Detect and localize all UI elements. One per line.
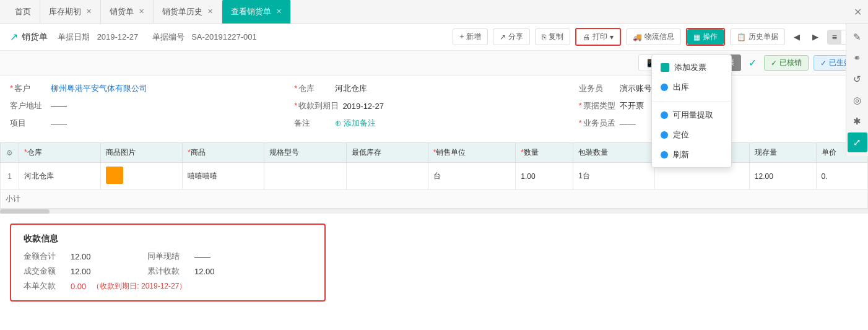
available-qty-icon bbox=[661, 111, 668, 119]
new-button[interactable]: + 新增 bbox=[453, 28, 487, 45]
row-product: 嘻嘻嘻嘻 bbox=[183, 163, 264, 190]
sidebar-user-icon[interactable]: ◎ bbox=[848, 90, 867, 110]
payment-section: 收款信息 金额合计 12.00 同单现结 —— 成交金额 12.00 累计收款 … bbox=[0, 214, 868, 311]
nav-next[interactable]: ▶ bbox=[809, 30, 822, 44]
add-invoice-icon bbox=[661, 63, 669, 72]
col-quantity: *数量 bbox=[516, 143, 573, 163]
table-container: ⚙ *仓库 商品图片 *商品 规格型号 最低库存 *销售单位 *数量 包装数量 … bbox=[0, 142, 868, 214]
number-value: SA-20191227-001 bbox=[191, 32, 257, 41]
row-sales-unit: 台 bbox=[428, 163, 516, 190]
copy-button[interactable]: ⎘ 复制 bbox=[535, 28, 570, 45]
transaction-amount-row: 成交金额 12.00 bbox=[24, 266, 147, 277]
customer-field: 客户 柳州粤港平安气体有限公司 bbox=[10, 83, 289, 94]
customer-value: 柳州粤港平安气体有限公司 bbox=[51, 83, 147, 94]
transaction-amount-label: 成交金额 bbox=[24, 266, 67, 277]
current-due-label: 本单欠款 bbox=[24, 280, 67, 292]
tab-sales-history[interactable]: 销货单历史 ✕ bbox=[154, 0, 222, 24]
menu-locate[interactable]: 定位 bbox=[652, 125, 731, 145]
sold-badge: ✓ 已核销 bbox=[764, 55, 809, 71]
print-button-frame: 🖨 打印 ▾ bbox=[575, 28, 621, 46]
table-header: ⚙ *仓库 商品图片 *商品 规格型号 最低库存 *销售单位 *数量 包装数量 … bbox=[1, 143, 868, 163]
tab-bar: 首页 库存期初 ✕ 销货单 ✕ 销货单历史 ✕ 查看销货单 ✕ ✕ bbox=[0, 0, 868, 24]
tab-sales-history-close[interactable]: ✕ bbox=[207, 7, 213, 15]
menu-available-qty[interactable]: 可用量提取 bbox=[652, 105, 731, 125]
tab-view-sales-close[interactable]: ✕ bbox=[276, 7, 282, 15]
share-button[interactable]: ↗ 分享 bbox=[493, 28, 530, 45]
subtotal-row: 小计 bbox=[1, 190, 868, 209]
logistics-icon: 🚚 bbox=[633, 33, 642, 41]
sidebar-refresh-icon[interactable]: ↺ bbox=[848, 69, 867, 89]
check-icon-btn[interactable]: ✓ bbox=[746, 57, 759, 69]
header-row: ⚙ *仓库 商品图片 *商品 规格型号 最低库存 *销售单位 *数量 包装数量 … bbox=[1, 143, 868, 163]
col-gear: ⚙ bbox=[1, 143, 19, 163]
menu-section-1: 添加发票 出库 bbox=[652, 55, 731, 100]
menu-refresh[interactable]: 刷新 bbox=[652, 145, 731, 165]
col-min-stock: 最低库存 bbox=[346, 143, 428, 163]
col-product: *商品 bbox=[183, 143, 264, 163]
operation-dropdown: 添加发票 出库 可用量提取 定位 刷新 bbox=[651, 54, 732, 168]
row-min-stock bbox=[346, 163, 428, 190]
warehouse-field: 仓库 河北仓库 bbox=[294, 83, 573, 94]
tab-sales-order[interactable]: 销货单 ✕ bbox=[101, 0, 154, 24]
print-button[interactable]: 🖨 打印 ▾ bbox=[576, 29, 620, 45]
doc-meta: 单据日期 2019-12-27 单据编号 SA-20191227-001 bbox=[58, 32, 262, 43]
doc-header-left: ↗ 销货单 单据日期 2019-12-27 单据编号 SA-20191227-0… bbox=[10, 31, 262, 43]
invoice-type-value: 不开票 bbox=[620, 100, 644, 111]
sidebar-link-icon[interactable]: ⚭ bbox=[848, 48, 867, 68]
same-order-value: —— bbox=[194, 252, 210, 261]
cumulative-receipt-value: 12.00 bbox=[194, 267, 215, 276]
nav-prev[interactable]: ◀ bbox=[790, 30, 804, 44]
doc-type-icon: ↗ bbox=[10, 31, 18, 43]
row-product-img bbox=[101, 163, 183, 190]
menu-section-2: 可用量提取 定位 刷新 bbox=[652, 103, 731, 167]
sidebar-edit-icon[interactable]: ✎ bbox=[848, 27, 867, 47]
invoice-type-label: 票据类型 bbox=[579, 100, 616, 111]
col-sales-unit: *销售单位 bbox=[428, 143, 516, 163]
address-value: —— bbox=[51, 102, 67, 111]
due-date-note: （收款到期日: 2019-12-27） bbox=[92, 281, 186, 292]
date-value: 2019-12-27 bbox=[97, 32, 139, 41]
row-num: 1 bbox=[1, 163, 19, 190]
same-order-label: 同单现结 bbox=[147, 251, 191, 262]
view-list-button[interactable]: ≡ bbox=[828, 30, 841, 44]
tab-sales-order-close[interactable]: ✕ bbox=[139, 7, 144, 15]
col-warehouse: *仓库 bbox=[19, 143, 101, 163]
sold-check-icon: ✓ bbox=[771, 59, 777, 67]
table-body: 1 河北仓库 嘻嘻嘻嘻 台 1.00 1台 12.00 0. 小计 bbox=[1, 163, 868, 209]
menu-out-warehouse[interactable]: 出库 bbox=[652, 77, 731, 97]
payment-date-field: 收款到期日 2019-12-27 bbox=[294, 100, 573, 111]
project-label: 项目 bbox=[10, 118, 47, 129]
sidebar-expand-icon[interactable]: ⤢ bbox=[848, 132, 867, 152]
scroll-thumb[interactable] bbox=[0, 209, 50, 214]
row-warehouse: 河北仓库 bbox=[19, 163, 101, 190]
scroll-track[interactable] bbox=[0, 209, 868, 214]
menu-divider bbox=[652, 101, 731, 102]
sidebar-star-icon[interactable]: ✱ bbox=[848, 111, 867, 131]
tab-inventory[interactable]: 库存期初 ✕ bbox=[40, 0, 101, 24]
table-row: 1 河北仓库 嘻嘻嘻嘻 台 1.00 1台 12.00 0. bbox=[1, 163, 868, 190]
same-order-row: 同单现结 —— bbox=[147, 251, 271, 262]
effective-check-icon: ✓ bbox=[820, 59, 827, 67]
tab-view-sales[interactable]: 查看销货单 ✕ bbox=[222, 0, 291, 24]
cumulative-receipt-label: 累计收款 bbox=[147, 266, 191, 277]
row-current-stock: 12.00 bbox=[749, 163, 816, 190]
tab-home[interactable]: 首页 bbox=[6, 0, 40, 24]
doc-header: ↗ 销货单 单据日期 2019-12-27 单据编号 SA-20191227-0… bbox=[0, 24, 868, 51]
doc-title: ↗ 销货单 bbox=[10, 31, 48, 43]
locate-icon bbox=[661, 131, 668, 139]
remark-field: 备注 ⊕ 添加备注 bbox=[294, 118, 573, 129]
payment-title: 收款信息 bbox=[24, 233, 312, 245]
operation-button[interactable]: ▦ 操作 bbox=[687, 29, 724, 45]
tab-inventory-close[interactable]: ✕ bbox=[86, 7, 92, 15]
print-icon: 🖨 bbox=[583, 33, 590, 41]
payment-box: 收款信息 金额合计 12.00 同单现结 —— 成交金额 12.00 累计收款 … bbox=[10, 224, 326, 302]
payment-date-value: 2019-12-27 bbox=[342, 102, 384, 111]
add-remark-btn[interactable]: ⊕ 添加备注 bbox=[335, 118, 376, 129]
window-close-button[interactable]: ✕ bbox=[854, 6, 862, 17]
logistics-button[interactable]: 🚚 物流信息 bbox=[626, 28, 681, 45]
warehouse-label: 仓库 bbox=[294, 83, 331, 94]
menu-add-invoice[interactable]: 添加发票 bbox=[652, 58, 731, 77]
product-image bbox=[106, 167, 123, 184]
remark-label: 备注 bbox=[294, 118, 331, 129]
history-button[interactable]: 📋 历史单据 bbox=[730, 28, 785, 45]
